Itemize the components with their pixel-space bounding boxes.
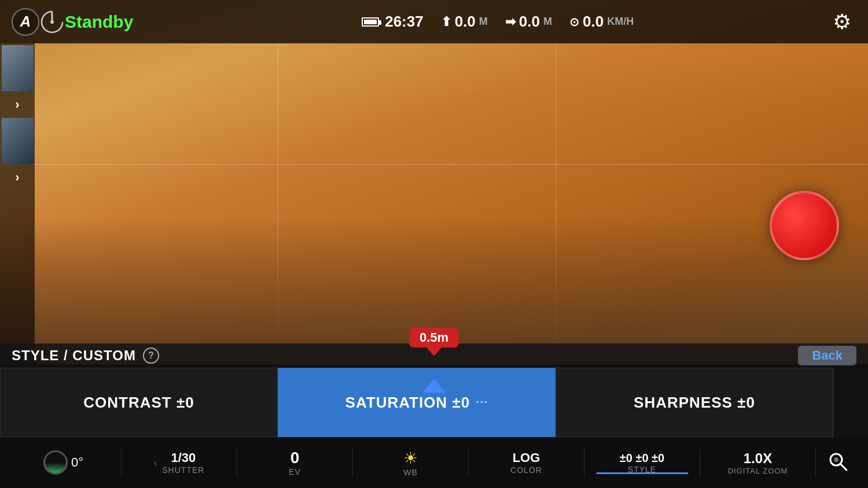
distance-badge: 0.5m: [409, 328, 459, 347]
camera-view: [0, 0, 868, 364]
thumbnail-1[interactable]: [2, 45, 34, 91]
left-panel: › ›: [0, 43, 35, 364]
wb-label: WB: [403, 468, 418, 477]
ev-label: EV: [289, 467, 301, 476]
search-camera-item[interactable]: [816, 450, 862, 475]
zoom-value: 1.0X: [744, 450, 772, 467]
wb-item[interactable]: ☀ WB: [353, 449, 468, 477]
shutter-label: SHUTTER: [162, 465, 204, 475]
shutter-item[interactable]: ‹ 1/30 SHUTTER: [122, 450, 237, 475]
gimbal-angle-item[interactable]: 0°: [6, 450, 121, 475]
altitude-value: 0.0: [455, 13, 476, 31]
distance-value: 0.0: [519, 13, 540, 31]
saturation-button[interactable]: SATURATION ±0 ···: [278, 368, 556, 437]
grid-overlay: [0, 0, 868, 364]
battery-icon: [362, 17, 381, 27]
sharpness-label: SHARPNESS ±0: [634, 394, 755, 412]
log-value: LOG: [513, 450, 540, 465]
style-active-indicator: [596, 472, 688, 474]
distance-stat: ➡ 0.0 M: [505, 13, 552, 31]
angle-value: 0°: [71, 455, 83, 470]
sharpness-button[interactable]: SHARPNESS ±0: [556, 368, 833, 437]
speed-icon: ⊙: [569, 15, 579, 29]
altitude-stat: ⬆ 0.0 M: [441, 13, 488, 31]
app-logo[interactable]: A: [12, 8, 39, 36]
thumbnail-2[interactable]: [2, 118, 34, 164]
svg-point-5: [834, 457, 838, 462]
svg-point-2: [50, 20, 54, 24]
svg-line-4: [840, 464, 847, 470]
digital-zoom-item[interactable]: 1.0X DIGITAL ZOOM: [700, 450, 815, 475]
standby-indicator: Standby: [39, 9, 156, 35]
contrast-label: CONTRAST ±0: [83, 394, 194, 412]
saturation-label: SATURATION ±0: [345, 394, 470, 412]
expand-arrow-1[interactable]: ›: [2, 93, 34, 116]
ev-value: 0: [290, 449, 300, 467]
standby-label: Standby: [65, 12, 133, 32]
controls-row: CONTRAST ±0 SATURATION ±0 ··· SHARPNESS …: [0, 368, 868, 437]
settings-button[interactable]: ⚙: [827, 8, 856, 36]
battery-time: 26:37: [385, 13, 424, 31]
zoom-label: DIGITAL ZOOM: [728, 467, 788, 475]
back-button[interactable]: Back: [798, 346, 856, 365]
distance-icon: ➡: [505, 14, 516, 29]
battery-stat: 26:37: [362, 13, 424, 31]
color-label: COLOR: [510, 465, 542, 475]
distance-unit: M: [543, 16, 552, 28]
bottom-bar: 0° ‹ 1/30 SHUTTER 0 EV ☀ WB LOG COLOR ±0…: [0, 437, 868, 488]
help-button[interactable]: ?: [143, 347, 159, 364]
shutter-value: 1/30: [162, 450, 204, 465]
style-values: ±0 ±0 ±0: [620, 452, 664, 465]
altitude-unit: M: [479, 16, 488, 28]
header-stats: 26:37 ⬆ 0.0 M ➡ 0.0 M ⊙ 0.0 KM/H: [168, 13, 827, 31]
wb-icon: ☀: [403, 449, 418, 468]
ev-item[interactable]: 0 EV: [237, 449, 352, 476]
record-button[interactable]: [770, 191, 839, 260]
shutter-chevron: ‹: [154, 456, 158, 469]
speed-value: 0.0: [583, 13, 604, 31]
gimbal-icon: [43, 450, 68, 475]
logo-letter: A: [20, 13, 31, 31]
standby-icon: [39, 9, 65, 35]
expand-arrow-2[interactable]: ›: [2, 166, 34, 189]
altitude-icon: ⬆: [441, 14, 451, 29]
contrast-button[interactable]: CONTRAST ±0: [0, 368, 278, 437]
controls-spacer: [833, 368, 868, 437]
search-camera-icon: [827, 450, 851, 475]
style-item[interactable]: ±0 ±0 ±0 STYLE: [584, 452, 700, 474]
style-label: STYLE / CUSTOM: [12, 347, 136, 364]
speed-stat: ⊙ 0.0 KM/H: [569, 13, 634, 31]
speed-unit: KM/H: [607, 16, 634, 28]
saturation-arrow-up: [422, 379, 446, 393]
gear-icon: ⚙: [833, 10, 851, 34]
more-icon: ···: [476, 395, 488, 410]
log-color-item[interactable]: LOG COLOR: [469, 450, 584, 475]
distance-badge-arrow: [426, 347, 442, 356]
top-bar: A Standby 26:37 ⬆ 0.0 M ➡ 0.0 M: [0, 0, 868, 43]
